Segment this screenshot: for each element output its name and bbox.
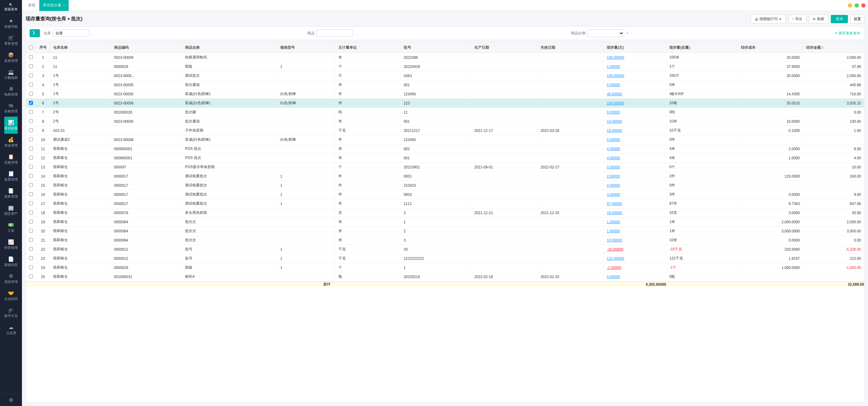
row-checkbox-5[interactable]: [26, 99, 36, 108]
row-qty-main-17[interactable]: 10.00000: [604, 208, 666, 217]
sidebar-icon-fixed-asset: 🏢: [8, 205, 14, 211]
row-qty-main-3[interactable]: 0.00000: [604, 80, 666, 90]
row-qty-main-12[interactable]: 0.00000: [604, 163, 666, 172]
row-qty-main-5[interactable]: 100.00000: [604, 99, 666, 108]
row-checkbox-10[interactable]: [26, 144, 36, 154]
sidebar-item-new-guide[interactable]: 🎓新手引导: [4, 304, 18, 321]
row-checkbox-17[interactable]: [26, 208, 36, 217]
row-checkbox-24[interactable]: [26, 272, 36, 282]
row-qty-main-16[interactable]: 87.00000: [604, 199, 666, 208]
maximize-button[interactable]: [855, 3, 859, 8]
row-qty-main-15[interactable]: 3.00000: [604, 190, 666, 199]
row-checkbox-4[interactable]: [26, 90, 36, 99]
row-checkbox-18[interactable]: [26, 217, 36, 227]
export-button[interactable]: ↑ 导出: [788, 14, 806, 24]
sidebar-item-ecom-mgmt[interactable]: 🖥电商管理: [4, 83, 18, 100]
row-qty-main-1[interactable]: 1.00000: [604, 62, 666, 71]
row-qty-main-9[interactable]: 0.00000: [604, 135, 666, 144]
row-goods-code-16: 0000017: [111, 199, 182, 208]
row-qty-main-22[interactable]: 122.00000: [604, 254, 666, 263]
row-produce-date-4: [471, 90, 537, 99]
row-checkbox-14[interactable]: [26, 181, 36, 190]
print-button[interactable]: 🖨 按模版打印 ▼: [751, 14, 786, 24]
expand-conditions[interactable]: ▼ 展开更多条件: [835, 31, 860, 36]
sidebar-settings[interactable]: ⚙: [0, 394, 22, 406]
row-qty-main-7[interactable]: 10.00000: [604, 117, 666, 126]
goods-label: 商品: [307, 31, 315, 36]
minimize-button[interactable]: [848, 3, 852, 8]
col-produce-date: 生产日期: [471, 43, 537, 53]
row-checkbox-21[interactable]: [26, 245, 36, 254]
row-checkbox-22[interactable]: [26, 254, 36, 263]
row-qty-main-6[interactable]: 0.00000: [604, 108, 666, 117]
warehouse-input[interactable]: [53, 30, 89, 37]
total-cost-info-icon[interactable]: ℹ: [822, 46, 823, 49]
row-checkbox-1[interactable]: [26, 62, 36, 71]
sidebar-search[interactable]: 🔍 搜索菜单: [0, 0, 22, 15]
row-checkbox-12[interactable]: [26, 163, 36, 172]
row-spec-23: 1: [277, 263, 335, 272]
row-checkbox-23[interactable]: [26, 263, 36, 272]
sidebar-item-corp-collab[interactable]: 🤝企业协同: [4, 287, 18, 304]
sidebar-item-tax-mgmt[interactable]: 📑税务管理: [4, 185, 18, 202]
sidebar-item-cloud-app[interactable]: ☁云应用: [4, 321, 18, 338]
sidebar-item-asset-mgmt[interactable]: 💰资金管理: [4, 134, 18, 151]
filter-arrow-button[interactable]: 》: [30, 29, 40, 37]
tab-close-icon[interactable]: ×: [63, 4, 65, 7]
sidebar-item-hr[interactable]: 💵工资: [4, 219, 18, 236]
table-scroll[interactable]: 序号 仓库名称 商品编码 商品名称 规格型号 主计量单位 批号 生产日期 失效日…: [26, 43, 864, 402]
sidebar-item-inventory-check[interactable]: 📊库存核算: [4, 117, 18, 134]
row-checkbox-19[interactable]: [26, 227, 36, 236]
tab-home[interactable]: 首页: [24, 0, 39, 11]
row-qty-main-0[interactable]: 100.00000: [604, 53, 666, 62]
row-checkbox-7[interactable]: [26, 117, 36, 126]
sidebar-item-retail-mgmt[interactable]: 🛒零售管理: [4, 32, 18, 49]
sidebar-icon-cloud-app: ☁: [8, 325, 13, 330]
row-qty-main-10[interactable]: 4.00000: [604, 144, 666, 154]
row-qty-main-23[interactable]: -1.00000: [604, 263, 666, 272]
tab-inventory-batch[interactable]: 库存批次量 ×: [39, 0, 69, 11]
sidebar-item-small-ecom[interactable]: 💻小额电商: [4, 66, 18, 83]
goods-input[interactable]: [316, 30, 353, 37]
category-select[interactable]: [588, 29, 624, 37]
row-qty-main-11[interactable]: 4.00000: [604, 154, 666, 163]
row-checkbox-11[interactable]: [26, 154, 36, 163]
sidebar-item-general-mgmt[interactable]: 📋总账管理: [4, 151, 18, 168]
query-button[interactable]: 查询: [831, 15, 848, 23]
row-checkbox-9[interactable]: [26, 135, 36, 144]
row-checkbox-8[interactable]: [26, 126, 36, 135]
row-qty-main-2[interactable]: 100.00000: [604, 71, 666, 80]
row-goods-name-5: 富减(白色/奶棒): [182, 99, 277, 108]
row-qty-main-18[interactable]: 1.00000: [604, 217, 666, 227]
row-qty-main-8[interactable]: 10.00000: [604, 126, 666, 135]
row-checkbox-3[interactable]: [26, 80, 36, 90]
row-checkbox-13[interactable]: [26, 172, 36, 181]
row-qty-main-21[interactable]: -16.00000: [604, 245, 666, 254]
sidebar-item-batch-mgmt[interactable]: 📦批发管理: [4, 49, 18, 66]
close-button[interactable]: [861, 3, 866, 8]
row-unit-cost-8: 0.1000: [738, 126, 803, 135]
sidebar-item-basic-info[interactable]: 📄基础信息: [4, 253, 18, 270]
select-all-checkbox[interactable]: [29, 45, 33, 49]
row-checkbox-0[interactable]: [26, 53, 36, 62]
row-qty-main-14[interactable]: 0.00000: [604, 181, 666, 190]
row-checkbox-6[interactable]: [26, 108, 36, 117]
row-qty-main-19[interactable]: 1.00000: [604, 227, 666, 236]
row-qty-main-20[interactable]: 10.00000: [604, 236, 666, 245]
sidebar-item-sys-mgmt[interactable]: ⚙系统管理: [4, 270, 18, 287]
row-checkbox-2[interactable]: [26, 71, 36, 80]
sidebar-label-ecom-mgmt: 电商管理: [4, 92, 18, 97]
sidebar-item-quick-nav[interactable]: ★快捷导航: [4, 15, 18, 32]
row-qty-main-4[interactable]: 49.60000: [604, 90, 666, 99]
row-checkbox-15[interactable]: [26, 190, 36, 199]
sidebar-item-purchase-mgmt[interactable]: 🛍采购管理: [4, 100, 18, 117]
sidebar-item-invoice-mgmt[interactable]: 🧾发票管理: [4, 168, 18, 185]
refresh-button[interactable]: ↻ 刷新: [809, 14, 828, 24]
row-checkbox-20[interactable]: [26, 236, 36, 245]
sidebar-item-fixed-asset[interactable]: 🏢固定资产: [4, 202, 18, 219]
row-qty-main-24[interactable]: 0.00000: [604, 272, 666, 282]
settings-button[interactable]: 设置: [850, 14, 864, 24]
sidebar-item-ops-mgmt[interactable]: 📈经营管理: [4, 236, 18, 253]
row-qty-main-13[interactable]: 2.00000: [604, 172, 666, 181]
row-checkbox-16[interactable]: [26, 199, 36, 208]
